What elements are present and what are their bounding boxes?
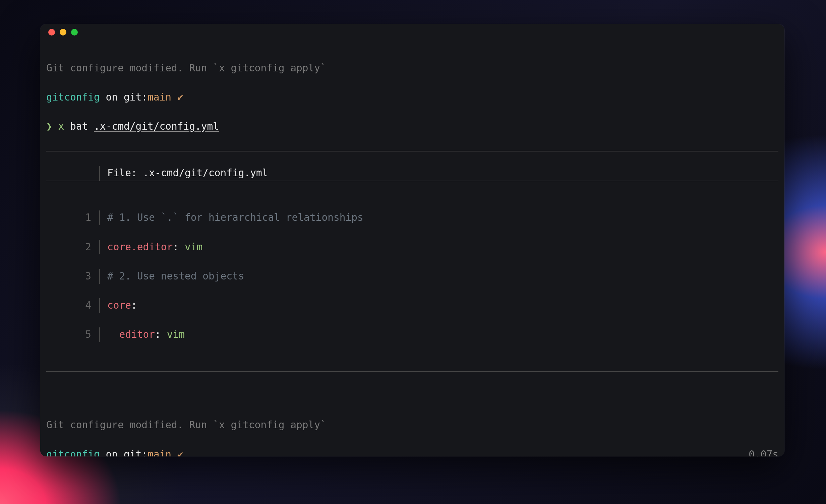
prompt-branch: main	[148, 449, 171, 456]
code-comment: # 2. Use nested objects	[107, 270, 244, 282]
prompt-dir: gitconfig	[46, 91, 100, 103]
cmd-path: .x-cmd/git/config.yml	[94, 121, 219, 132]
window-titlebar	[40, 24, 784, 40]
line-number: 3	[46, 269, 100, 284]
prompt-branch: main	[148, 91, 171, 103]
file-label: File:	[107, 167, 143, 179]
bat-gutter	[46, 166, 100, 181]
terminal-window[interactable]: Git configure modified. Run `x gitconfig…	[40, 24, 784, 456]
yaml-key: core	[107, 300, 131, 311]
timing: 0.07s	[749, 447, 778, 456]
status-message: Git configure modified. Run `x gitconfig…	[46, 62, 326, 74]
check-icon: ✔	[171, 91, 183, 103]
file-path: .x-cmd/git/config.yml	[143, 167, 268, 179]
line-number: 1	[46, 210, 100, 225]
yaml-value: vim	[167, 329, 185, 340]
code-comment: # 1. Use `.` for hierarchical relationsh…	[107, 212, 363, 223]
cmd-x: x	[58, 121, 64, 132]
line-number: 2	[46, 240, 100, 255]
line-number: 4	[46, 298, 100, 313]
prompt-git: git:	[124, 91, 148, 103]
cmd-bat: bat	[64, 121, 94, 132]
minimize-icon[interactable]	[60, 29, 66, 36]
check-icon: ✔	[171, 449, 183, 456]
yaml-key: editor	[119, 329, 155, 340]
maximize-icon[interactable]	[71, 29, 78, 36]
prompt-dir: gitconfig	[46, 449, 100, 456]
close-icon[interactable]	[48, 29, 55, 36]
yaml-value: vim	[185, 241, 202, 253]
terminal-content[interactable]: Git configure modified. Run `x gitconfig…	[40, 40, 784, 456]
status-message: Git configure modified. Run `x gitconfig…	[46, 419, 326, 431]
bat-output: File: .x-cmd/git/config.yml 1# 1. Use `.…	[46, 151, 778, 372]
prompt-symbol: ❯	[46, 121, 52, 132]
prompt-on: on	[100, 91, 124, 103]
yaml-key: core.editor	[107, 241, 173, 253]
line-number: 5	[46, 327, 100, 342]
